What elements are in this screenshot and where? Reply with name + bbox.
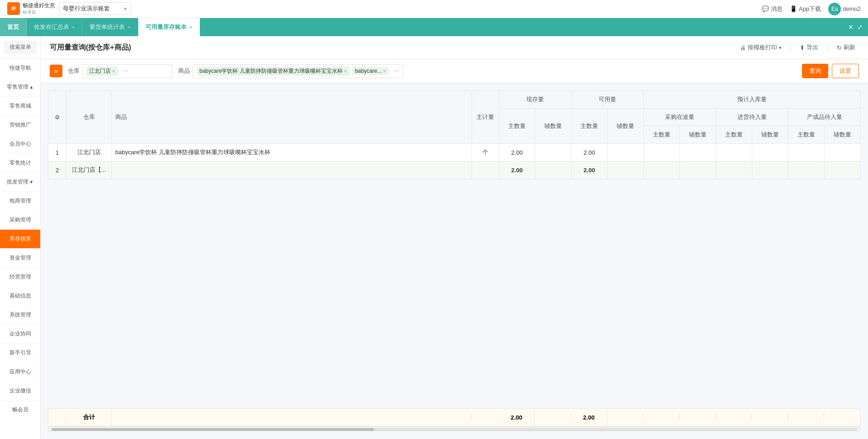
sidebar-ecommerce-label: 电商管理 — [9, 198, 31, 204]
tab-fullscreen[interactable]: ⤢ — [857, 24, 863, 31]
chevron-icon: ▲ — [29, 85, 34, 90]
scrollbar-thumb[interactable] — [52, 428, 374, 431]
data-table: ⚙ 仓库 商品 主计量 现存量 可用量 预计入库量 主数量 辅数量 主数量 辅数… — [48, 90, 861, 179]
sidebar-item-enterprise[interactable]: 企业协同 — [0, 325, 40, 344]
warehouse-tag-remove[interactable]: × — [112, 68, 115, 74]
warehouse-input[interactable]: 江北门店 × ··· — [82, 64, 173, 78]
sidebar-item-inventory[interactable]: 库存核算 — [0, 230, 40, 249]
horizontal-scrollbar[interactable] — [48, 426, 861, 432]
row2-warehouse: 江北门店【... — [66, 161, 112, 179]
col-available-header: 可用量 — [571, 91, 644, 109]
sidebar-retail-shop-label: 零售商城 — [9, 103, 31, 109]
col-current-stock-header: 现存量 — [499, 91, 571, 109]
row2-no: 2 — [48, 161, 66, 179]
tab-order-stats-close[interactable]: × — [127, 24, 130, 30]
product-label: 商品 — [178, 67, 190, 75]
sidebar-app-center-label: 应用中心 — [9, 368, 31, 375]
divider1 — [790, 44, 791, 51]
print-button[interactable]: 🖨 按模板打印 ▾ — [736, 42, 785, 53]
sidebar-item-marketing[interactable]: 营销推广 — [0, 116, 40, 135]
row1-incoming-main — [716, 144, 752, 161]
warehouse-tag: 江北门店 × — [86, 66, 118, 76]
download-icon: 📱 — [790, 5, 797, 12]
row2-unit — [472, 161, 499, 179]
footer-incoming-main — [716, 413, 752, 422]
message-button[interactable]: 💬 消息 — [762, 5, 783, 13]
sidebar-item-retail-stats[interactable]: 零售统计 — [0, 154, 40, 173]
sidebar-search-button[interactable]: 搜索菜单 — [4, 41, 37, 54]
main-layout: 搜索菜单 快捷导航 零售管理 ▲ 零售商城 营销推广 会员中心 零售统计 批发管… — [0, 36, 868, 439]
print-label: 按模板打印 — [748, 43, 777, 52]
sidebar-item-app-center[interactable]: 应用中心 — [0, 363, 40, 382]
sidebar-item-ecommerce[interactable]: 电商管理 — [0, 192, 40, 211]
print-icon: 🖨 — [740, 44, 746, 51]
tab-order-stats[interactable]: 要货单统计表 × — [82, 18, 138, 36]
row1-avail-aux — [608, 144, 644, 161]
sidebar-item-new-guide[interactable]: 新手引导 — [0, 344, 40, 363]
col-unit-header: 主计量 — [472, 91, 499, 144]
row2-purchase-aux — [680, 161, 716, 179]
sidebar-item-member[interactable]: 会员中心 — [0, 135, 40, 154]
row1-incoming-aux — [752, 144, 788, 161]
sidebar-item-system[interactable]: 系统管理 — [0, 306, 40, 325]
export-button[interactable]: ⬆ 导出 — [796, 42, 822, 53]
query-button[interactable]: 查询 — [802, 64, 828, 78]
product-tag2-remove[interactable]: × — [383, 68, 386, 74]
sidebar-item-enterprise-wechat[interactable]: 企业微信 — [0, 382, 40, 401]
logo-text: 畅捷通好生意 — [23, 2, 55, 9]
col-current-main-header: 主数量 — [499, 109, 535, 144]
tab-receipt-summary[interactable]: 收发存汇总表 × — [27, 18, 82, 36]
product-tag1-remove[interactable]: × — [344, 68, 347, 74]
tab-close-all[interactable]: ✕ — [848, 24, 854, 31]
sidebar-marketing-label: 营销推广 — [9, 122, 31, 128]
product-tag1-value: babycare学饮杯 儿童防摔防撞吸管杯重力球吸嘴杯宝宝水杯 — [199, 67, 343, 75]
logo-sub: 标准版 — [23, 9, 55, 15]
sidebar-item-base-info[interactable]: 基础信息 — [0, 287, 40, 306]
sidebar-item-finance[interactable]: 资金管理 — [0, 249, 40, 268]
product-input[interactable]: babycare学饮杯 儿童防摔防撞吸管杯重力球吸嘴杯宝宝水杯 × babyca… — [193, 64, 403, 78]
sidebar-item-retail-shop[interactable]: 零售商城 — [0, 97, 40, 116]
settings-button[interactable]: 设置 — [832, 64, 859, 78]
table-spacer — [48, 179, 861, 408]
row2-production-aux — [825, 161, 861, 179]
refresh-icon: ↻ — [837, 44, 842, 51]
tab-receipt-summary-close[interactable]: × — [72, 24, 75, 30]
message-icon: 💬 — [762, 5, 769, 12]
tab-available-stock-close[interactable]: × — [189, 24, 192, 30]
col-incoming-aux-header: 辅数量 — [752, 126, 788, 144]
sidebar-search-area: 搜索菜单 — [0, 36, 40, 59]
refresh-button[interactable]: ↻ 刷新 — [833, 42, 859, 53]
col-incoming-main-header: 主数量 — [716, 126, 752, 144]
tab-available-stock[interactable]: 可用量库存账本 × — [138, 18, 200, 36]
industry-select[interactable]: 母婴行业演示账套 ▾ — [59, 2, 131, 15]
filter-product-group: 商品 babycare学饮杯 儿童防摔防撞吸管杯重力球吸嘴杯宝宝水杯 × bab… — [178, 64, 403, 78]
col-production-main-header: 主数量 — [788, 126, 825, 144]
row1-no: 1 — [48, 144, 66, 161]
logo-area: 好 畅捷通好生意 标准版 — [7, 2, 55, 15]
username: demo2 — [843, 5, 861, 12]
product-more-icon[interactable]: ··· — [393, 67, 399, 75]
col-purchase-aux-header: 辅数量 — [680, 126, 716, 144]
logo-text-area: 畅捷通好生意 标准版 — [23, 2, 55, 15]
page-header: 可用量查询(按仓库+商品) 🖨 按模板打印 ▾ ⬆ 导出 ↻ 刷新 — [41, 36, 868, 59]
app-download-button[interactable]: 📱 App下载 — [790, 5, 821, 13]
row1-current-aux — [535, 144, 571, 161]
sidebar-item-retail-mgmt[interactable]: 零售管理 ▲ — [0, 78, 40, 97]
sidebar-item-quick-nav[interactable]: 快捷导航 — [0, 59, 40, 78]
sidebar-purchase-label: 采购管理 — [9, 217, 31, 223]
warehouse-more-icon[interactable]: ··· — [122, 67, 128, 75]
tab-home[interactable]: 首页 — [0, 18, 27, 36]
nav-tabs: 首页 收发存汇总表 × 要货单统计表 × 可用量库存账本 × ✕ ⤢ — [0, 18, 868, 36]
user-profile[interactable]: Ea demo2 — [828, 3, 861, 15]
filter-toggle-button[interactable]: » — [50, 65, 62, 77]
col-avail-aux-header: 辅数量 — [608, 109, 644, 144]
avatar-text: Ea — [831, 6, 838, 12]
sidebar-item-purchase[interactable]: 采购管理 — [0, 211, 40, 230]
top-bar-left: 好 畅捷通好生意 标准版 母婴行业演示账套 ▾ — [7, 2, 131, 15]
sidebar-item-member2[interactable]: 畅会员 — [0, 401, 40, 420]
col-settings-icon[interactable]: ⚙ — [48, 91, 66, 144]
avatar: Ea — [828, 3, 841, 15]
sidebar-item-wholesale[interactable]: 批发管理 ▼ — [0, 173, 40, 192]
sidebar-item-operations[interactable]: 经营管理 — [0, 268, 40, 287]
top-bar: 好 畅捷通好生意 标准版 母婴行业演示账套 ▾ 💬 消息 📱 App下载 Ea … — [0, 0, 868, 18]
